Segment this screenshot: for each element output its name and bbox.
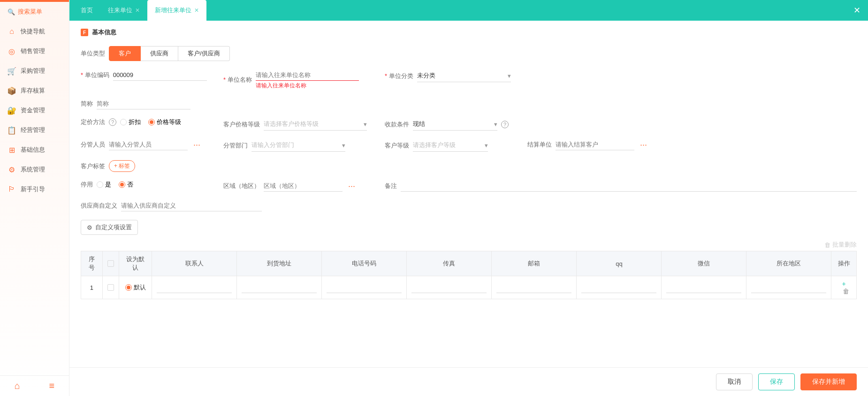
cell-qq <box>577 276 662 299</box>
customer-price-level-placeholder: 请选择客户价格等级 <box>264 120 319 128</box>
customer-level-label: 客户等级 <box>385 141 409 150</box>
pricing-radio-group: 折扣 价格等级 <box>120 118 181 126</box>
payment-help-icon[interactable]: ? <box>501 121 509 128</box>
radio-discount[interactable]: 折扣 <box>120 118 141 126</box>
customer-price-level-select[interactable]: 请选择客户价格等级 ▾ <box>264 118 367 131</box>
delete-row-icon[interactable]: 🗑 <box>843 287 849 295</box>
col-default: 设为默认 <box>119 251 152 276</box>
sidebar-item-operations[interactable]: 📋 经营管理 <box>0 120 69 140</box>
remarks-input[interactable] <box>401 180 857 192</box>
manager-dots-btn[interactable]: ··· <box>191 140 202 149</box>
cell-fax <box>407 276 492 299</box>
radio-no[interactable]: 否 <box>119 180 133 189</box>
unit-type-group: 单位类型 客户 供应商 客户/供应商 <box>81 46 857 61</box>
add-row-icon[interactable]: + <box>842 280 846 287</box>
unit-code-input[interactable] <box>113 70 207 81</box>
address-input[interactable] <box>242 282 317 293</box>
default-radio[interactable]: 默认 <box>124 283 147 292</box>
supplier-custom-label: 供应商自定义 <box>81 202 117 210</box>
region-table-input[interactable] <box>751 282 826 293</box>
sidebar-item-label: 经营管理 <box>21 126 45 134</box>
sidebar-item-purchase[interactable]: 🛒 采购管理 <box>0 61 69 81</box>
type-btn-supplier[interactable]: 供应商 <box>141 46 178 61</box>
cell-wechat <box>662 276 746 299</box>
main-area: 首页 往来单位 ✕ 新增往来单位 ✕ ✕ F 基本信息 单位类型 客户 供应商 <box>69 0 868 396</box>
tab-add-unit[interactable]: 新增往来单位 ✕ <box>147 0 206 21</box>
settlement-unit-input[interactable] <box>556 139 634 150</box>
wechat-input[interactable] <box>666 282 741 293</box>
contacts-table: 序号 设为默认 联系人 到货地址 电话号码 传真 邮箱 qq 微信 所在地区 操… <box>81 251 857 299</box>
col-region: 所在地区 <box>746 251 831 276</box>
radio-price-level[interactable]: 价格等级 <box>148 118 181 126</box>
cell-seq: 1 <box>81 276 103 299</box>
tab-home[interactable]: 首页 <box>73 0 100 21</box>
customer-level-group: 客户等级 请选择客户等级 ▾ <box>385 139 516 152</box>
sidebar-item-quick-nav[interactable]: ⌂ 快捷导航 <box>0 22 69 41</box>
manager-input[interactable] <box>109 139 188 150</box>
custom-settings-button[interactable]: ⚙ 自定义项设置 <box>81 220 138 235</box>
save-button[interactable]: 保存 <box>758 373 795 390</box>
dept-select[interactable]: 请输入分管部门 ▾ <box>251 139 345 152</box>
cancel-button[interactable]: 取消 <box>716 373 753 390</box>
tab-contact-unit[interactable]: 往来单位 ✕ <box>100 0 147 21</box>
unit-category-select[interactable]: 未分类 ▾ <box>417 70 511 82</box>
abbr-label: 简称 <box>81 100 93 108</box>
save-add-button[interactable]: 保存并新增 <box>800 373 857 390</box>
tab-add-unit-close[interactable]: ✕ <box>194 7 199 14</box>
sidebar-item-system[interactable]: ⚙ 系统管理 <box>0 160 69 179</box>
basic-info-icon: ⊞ <box>8 146 16 154</box>
phone-input[interactable] <box>327 282 402 293</box>
trash-icon: 🗑 <box>824 241 830 248</box>
col-qq: qq <box>577 251 662 276</box>
tab-contact-unit-close[interactable]: ✕ <box>135 7 140 14</box>
sidebar-item-label: 销售管理 <box>21 47 45 55</box>
manager-row: 分管人员 ··· 分管部门 请输入分管部门 ▾ 客户等级 请选择客户等级 ▾ 结… <box>81 139 857 152</box>
select-all-checkbox[interactable] <box>107 260 114 267</box>
disabled-region-row: 停用 是 否 区域（地区） ··· 备注 <box>81 180 857 192</box>
batch-delete-label[interactable]: 批量删除 <box>832 241 857 249</box>
radio-no-circle <box>119 181 125 188</box>
finance-icon: 🔐 <box>8 106 16 115</box>
pricing-help-icon[interactable]: ? <box>109 118 116 126</box>
col-seq: 序号 <box>81 251 103 276</box>
unit-name-input[interactable] <box>256 70 359 81</box>
disabled-group: 停用 是 否 <box>81 180 212 189</box>
type-btn-customer[interactable]: 客户 <box>109 46 141 61</box>
supplier-custom-input[interactable] <box>121 200 262 211</box>
region-dots-btn[interactable]: ··· <box>346 182 357 190</box>
sidebar-home-btn[interactable]: ⌂ <box>0 376 35 396</box>
radio-yes[interactable]: 是 <box>97 180 111 189</box>
abbr-input[interactable] <box>97 98 190 109</box>
type-btn-both[interactable]: 客户/供应商 <box>178 46 230 61</box>
sidebar-item-label: 资金管理 <box>21 106 45 115</box>
cell-contact <box>152 276 237 299</box>
sidebar-item-sales[interactable]: ◎ 销售管理 <box>0 41 69 61</box>
sidebar-menu-btn[interactable]: ≡ <box>35 376 69 396</box>
settlement-dots-btn[interactable]: ··· <box>638 140 649 149</box>
sidebar-bottom: ⌂ ≡ <box>0 375 69 396</box>
row-checkbox[interactable] <box>107 284 114 291</box>
sidebar-item-finance[interactable]: 🔐 资金管理 <box>0 101 69 120</box>
tab-bar-close-btn[interactable]: ✕ <box>850 5 864 16</box>
supplier-custom-row: 供应商自定义 <box>81 200 857 211</box>
add-tag-button[interactable]: + 标签 <box>109 160 135 172</box>
qq-input[interactable] <box>581 282 656 293</box>
cell-checkbox <box>102 276 119 299</box>
customer-level-select[interactable]: 请选择客户等级 ▾ <box>413 139 488 152</box>
sidebar: 🔍 搜索菜单 ⌂ 快捷导航 ◎ 销售管理 🛒 采购管理 📦 库存核算 🔐 资金管… <box>0 0 69 396</box>
sidebar-item-guide[interactable]: 🏳 新手引导 <box>0 179 69 199</box>
sidebar-item-basic-info[interactable]: ⊞ 基础信息 <box>0 140 69 160</box>
sidebar-search[interactable]: 🔍 搜索菜单 <box>0 2 69 22</box>
unit-category-group: 单位分类 未分类 ▾ <box>385 70 511 82</box>
cell-action: + 🗑 <box>831 276 857 299</box>
code-name-category-row: 单位编码 单位名称 请输入往来单位名称 单位分类 未分类 ▾ <box>81 70 857 90</box>
abbr-row: 简称 <box>81 98 857 109</box>
sidebar-item-inventory[interactable]: 📦 库存核算 <box>0 81 69 101</box>
contact-input[interactable] <box>157 282 232 293</box>
region-input[interactable] <box>264 180 343 192</box>
dept-chevron-icon: ▾ <box>342 142 345 149</box>
payment-terms-select[interactable]: 现结 ▾ <box>413 118 497 131</box>
email-input[interactable] <box>496 282 571 293</box>
fax-input[interactable] <box>411 282 487 293</box>
system-icon: ⚙ <box>8 165 16 174</box>
